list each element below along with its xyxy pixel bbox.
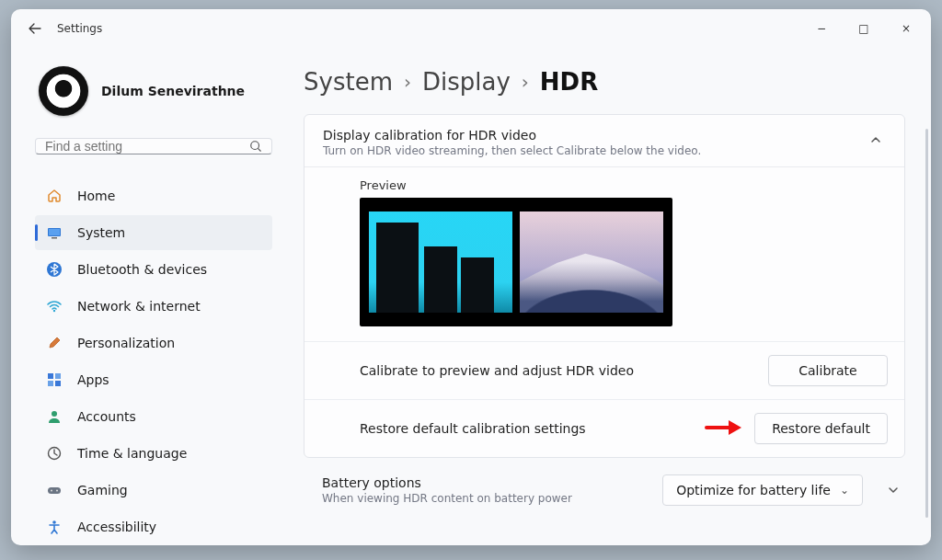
sidebar: Dilum Senevirathne Home System Bluetooth… (11, 48, 283, 545)
chevron-up-icon (869, 133, 882, 146)
preview-section: Preview (304, 167, 904, 341)
crumb-display[interactable]: Display (422, 68, 511, 96)
crumb-system[interactable]: System (304, 68, 393, 96)
maximize-icon: □ (858, 22, 868, 35)
profile-block[interactable]: Dilum Senevirathne (35, 66, 272, 116)
preview-label: Preview (360, 178, 886, 192)
row-label: Calibrate to preview and adjust HDR vide… (360, 363, 757, 378)
back-button[interactable] (22, 16, 48, 41)
svg-point-15 (52, 520, 56, 524)
svg-rect-8 (48, 381, 53, 386)
chevron-down-icon (887, 484, 900, 497)
svg-rect-3 (52, 237, 57, 239)
battery-options-dropdown[interactable]: Optimize for battery life ⌄ (662, 474, 863, 506)
system-icon (46, 224, 63, 241)
search-box[interactable] (35, 138, 272, 154)
calibrate-row: Calibrate to preview and adjust HDR vide… (304, 341, 904, 399)
preview-video[interactable] (360, 198, 672, 326)
battery-title: Battery options (322, 475, 651, 490)
row-label: Restore default calibration settings (360, 421, 697, 436)
svg-point-0 (251, 142, 259, 150)
search-input[interactable] (45, 139, 249, 154)
chevron-right-icon: › (404, 71, 411, 93)
crumb-hdr: HDR (540, 68, 598, 96)
scrollbar[interactable] (925, 129, 928, 518)
brush-icon (46, 335, 63, 351)
back-arrow-icon (28, 21, 42, 36)
restore-default-row: Restore default calibration settings Res… (304, 399, 904, 457)
calibrate-button[interactable]: Calibrate (768, 355, 888, 386)
window-title: Settings (57, 22, 102, 35)
content-area: System › Display › HDR Display calibrati… (283, 48, 931, 545)
restore-default-button[interactable]: Restore default (754, 413, 888, 444)
sidebar-item-label: Accessibility (77, 520, 156, 534)
avatar (39, 66, 88, 116)
settings-window: Settings − □ × Dilum Senevirathne Home (11, 9, 931, 545)
battery-options-row: Battery options When viewing HDR content… (304, 463, 905, 508)
main-area: Dilum Senevirathne Home System Bluetooth… (11, 48, 931, 545)
card-header[interactable]: Display calibration for HDR video Turn o… (304, 115, 904, 167)
expand-button[interactable] (881, 478, 905, 502)
card-subtitle: Turn on HDR video streaming, then select… (323, 144, 853, 157)
sidebar-item-home[interactable]: Home (35, 178, 272, 213)
sidebar-item-label: Network & internet (77, 299, 201, 314)
bluetooth-icon (46, 261, 63, 278)
sidebar-item-label: Personalization (77, 336, 175, 350)
svg-rect-2 (49, 229, 60, 235)
svg-rect-7 (55, 373, 61, 379)
svg-point-14 (56, 490, 58, 492)
sidebar-item-label: System (77, 225, 125, 240)
nav-list: Home System Bluetooth & devices Network … (35, 178, 272, 544)
svg-rect-6 (48, 373, 53, 379)
sidebar-item-accounts[interactable]: Accounts (35, 399, 272, 434)
sidebar-item-bluetooth[interactable]: Bluetooth & devices (35, 252, 272, 287)
battery-subtitle: When viewing HDR content on battery powe… (322, 492, 651, 505)
chevron-down-icon: ⌄ (840, 484, 849, 497)
minimize-icon: − (817, 22, 826, 35)
wifi-icon (46, 298, 63, 314)
sidebar-item-label: Gaming (77, 483, 128, 497)
home-icon (46, 188, 63, 204)
annotation-arrow (708, 420, 743, 437)
svg-point-5 (53, 310, 55, 312)
card-title: Display calibration for HDR video (323, 128, 853, 143)
clock-icon (46, 445, 63, 462)
person-icon (46, 408, 63, 425)
svg-point-13 (51, 490, 52, 492)
titlebar: Settings − □ × (11, 9, 931, 48)
accessibility-icon (46, 519, 63, 535)
dropdown-value: Optimize for battery life (676, 483, 831, 497)
sidebar-item-label: Bluetooth & devices (77, 262, 207, 277)
maximize-button[interactable]: □ (843, 14, 885, 43)
breadcrumb: System › Display › HDR (304, 68, 905, 96)
sidebar-item-time[interactable]: Time & language (35, 436, 272, 471)
svg-point-10 (52, 411, 57, 417)
profile-name: Dilum Senevirathne (101, 84, 245, 98)
preview-panel-mountain (520, 211, 663, 313)
close-icon: × (902, 22, 911, 35)
sidebar-item-network[interactable]: Network & internet (35, 289, 272, 324)
close-button[interactable]: × (885, 14, 927, 43)
svg-rect-9 (55, 381, 61, 386)
chevron-right-icon: › (522, 71, 529, 93)
sidebar-item-accessibility[interactable]: Accessibility (35, 509, 272, 544)
hdr-calibration-card: Display calibration for HDR video Turn o… (304, 114, 905, 458)
collapse-button[interactable] (864, 128, 888, 152)
minimize-button[interactable]: − (800, 14, 843, 43)
sidebar-item-label: Apps (77, 372, 109, 387)
sidebar-item-label: Time & language (77, 446, 187, 461)
sidebar-item-personalization[interactable]: Personalization (35, 326, 272, 360)
search-icon (249, 140, 262, 153)
sidebar-item-system[interactable]: System (35, 215, 272, 250)
sidebar-item-gaming[interactable]: Gaming (35, 473, 272, 508)
preview-panel-city (369, 211, 512, 313)
apps-icon (46, 371, 63, 388)
svg-rect-12 (48, 487, 61, 494)
sidebar-item-apps[interactable]: Apps (35, 362, 272, 397)
sidebar-item-label: Home (77, 189, 115, 203)
sidebar-item-label: Accounts (77, 409, 136, 424)
gamepad-icon (46, 482, 63, 498)
